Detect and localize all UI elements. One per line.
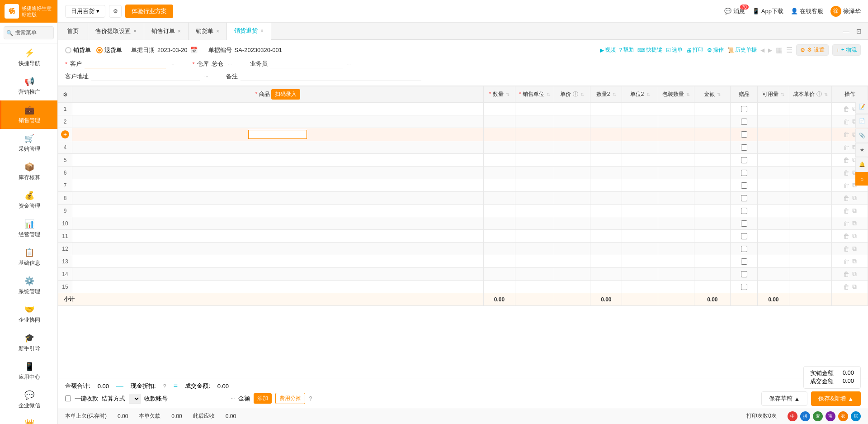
sidebar-item-inventory[interactable]: 📦 库存核算 (0, 157, 57, 186)
right-float-btn-5[interactable]: 🔔 (855, 157, 868, 172)
delete-row-icon[interactable]: 🗑 (843, 195, 849, 202)
customer-input[interactable] (85, 59, 166, 68)
gift-checkbox-row-2[interactable] (741, 119, 747, 125)
radio-return[interactable]: 退货单 (96, 46, 122, 54)
sidebar-item-basic-info[interactable]: 📋 基础信息 (0, 243, 57, 272)
sidebar-item-quick-nav[interactable]: ⚡ 快捷导航 (0, 43, 57, 72)
account-dots-btn[interactable]: ··· (231, 396, 235, 401)
price-sort-icon[interactable]: ⇅ (580, 92, 584, 97)
tab-sales-delivery[interactable]: 销货单 × (189, 23, 227, 40)
copy-row-icon[interactable]: ⧉ (852, 245, 857, 252)
right-float-btn-2[interactable]: 📄 (855, 114, 868, 128)
user-menu[interactable]: 徐 徐泽华 (830, 6, 861, 17)
staff-dots-btn[interactable]: ··· (347, 62, 351, 67)
copy-row-icon[interactable]: ⧉ (852, 207, 857, 214)
copy-row-icon[interactable]: ⧉ (852, 283, 857, 291)
right-float-btn-4[interactable]: ★ (855, 143, 868, 157)
sidebar-item-wechat[interactable]: 💬 企业微信 (0, 386, 57, 414)
gift-checkbox-row-1[interactable] (741, 106, 747, 112)
copy-row-icon[interactable]: ⧉ (852, 194, 857, 202)
one-click-payment-checkbox[interactable] (65, 395, 71, 401)
delete-row-icon[interactable]: 🗑 (843, 220, 849, 227)
gift-checkbox-row-6[interactable] (741, 170, 747, 176)
staff-input[interactable] (270, 59, 343, 68)
sidebar-item-purchase-mgmt[interactable]: 🛒 采购管理 (0, 129, 57, 157)
status-icon-5[interactable]: 衣 (838, 411, 848, 421)
save-draft-button[interactable]: 保存草稿 ▲ (761, 391, 808, 406)
trial-btn[interactable]: 体验行业方案 (125, 5, 173, 18)
sidebar-item-vip[interactable]: 👑 畅会员 (0, 414, 57, 424)
tab-close-sales-order[interactable]: × (178, 28, 181, 34)
tab-sales-order[interactable]: 销售订单 × (144, 23, 189, 40)
gift-checkbox-row-15[interactable] (741, 284, 747, 290)
tab-close-price-setting[interactable]: × (133, 28, 137, 34)
note-input[interactable] (241, 72, 421, 81)
avail-sort-icon[interactable]: ⇅ (781, 92, 784, 97)
gift-checkbox-row-8[interactable] (741, 195, 747, 201)
radio-delivery[interactable]: 销货单 (65, 46, 91, 54)
select-order-link[interactable]: ☑ 选单 (666, 46, 683, 54)
sidebar-item-marketing[interactable]: 📢 营销推广 (0, 72, 57, 100)
gift-checkbox-row-12[interactable] (741, 246, 747, 252)
copy-row-icon[interactable]: ⧉ (852, 232, 857, 240)
nav-prev-icon[interactable]: ◀ (760, 47, 764, 53)
fee-split-button[interactable]: 费用分摊 (275, 393, 305, 404)
tab-minimize-button[interactable]: — (841, 26, 852, 37)
unit-sort-icon[interactable]: ⇅ (547, 92, 550, 97)
amount-sort-icon[interactable]: ⇅ (717, 92, 721, 97)
delete-row-icon[interactable]: 🗑 (843, 118, 849, 125)
history-link[interactable]: 📜 历史单据 (727, 46, 757, 54)
unit2-sort-icon[interactable]: ⇅ (646, 92, 650, 97)
operate-link[interactable]: ⚙ 操作 (707, 46, 724, 54)
fee-split-info-icon[interactable]: ? (309, 395, 312, 402)
message-button[interactable]: 💬 消息 70 (724, 7, 745, 15)
right-float-btn-3[interactable]: 📎 (855, 129, 868, 143)
delete-row-icon[interactable]: 🗑 (843, 105, 849, 113)
gift-checkbox-row-10[interactable] (741, 220, 747, 227)
right-float-btn-active[interactable]: ⌂ (855, 172, 868, 186)
sidebar-item-sales-mgmt[interactable]: 💼 销售管理 (0, 100, 57, 129)
copy-row-icon[interactable]: ⧉ (852, 219, 857, 227)
sidebar-item-app-center[interactable]: 📱 应用中心 (0, 357, 57, 386)
delete-row-icon[interactable]: 🗑 (843, 245, 849, 252)
delete-row-icon[interactable]: 🗑 (843, 157, 849, 164)
delete-row-icon[interactable]: 🗑 (843, 131, 849, 138)
add-row-button[interactable]: + (61, 130, 69, 138)
gift-checkbox-row-7[interactable] (741, 182, 747, 189)
costprice-info-icon[interactable]: ⓘ (816, 91, 822, 97)
online-service-link[interactable]: 👤 在线客服 (791, 7, 823, 15)
copy-row-icon[interactable]: ⧉ (852, 270, 857, 278)
gift-checkbox-row-5[interactable] (741, 157, 747, 163)
app-download-link[interactable]: 📱 App下载 (752, 7, 783, 15)
qty2-sort-icon[interactable]: ⇅ (613, 92, 616, 97)
delete-row-icon[interactable]: 🗑 (843, 182, 849, 189)
tab-close-sales-return[interactable]: × (260, 28, 264, 34)
tab-maximize-button[interactable]: ⊡ (854, 26, 864, 37)
tab-sales-return[interactable]: 销货退货 × (227, 23, 271, 40)
delete-row-icon[interactable]: 🗑 (843, 169, 849, 176)
sidebar-item-operations[interactable]: 📊 经营管理 (0, 214, 57, 243)
delete-row-icon[interactable]: 🗑 (843, 233, 849, 240)
address-input[interactable] (91, 72, 200, 81)
view-table-icon[interactable]: ☰ (786, 46, 793, 54)
gift-checkbox-row-9[interactable] (741, 208, 747, 214)
video-help-link[interactable]: ▶ 视频 (600, 46, 616, 54)
delete-row-icon[interactable]: 🗑 (843, 271, 849, 278)
delete-row-icon[interactable]: 🗑 (843, 144, 849, 151)
tab-close-sales-delivery[interactable]: × (216, 28, 219, 34)
status-icon-2[interactable]: 拼 (800, 411, 810, 421)
industry-dropdown[interactable]: 日用百货 ▾ (65, 5, 105, 18)
qty-sort-icon[interactable]: ⇅ (506, 92, 509, 97)
copy-row-icon[interactable]: ⧉ (852, 257, 857, 265)
product-input-row-3[interactable] (248, 130, 307, 139)
gift-checkbox-row-14[interactable] (741, 271, 747, 277)
status-icon-3[interactable]: 麦 (813, 411, 823, 421)
shortcut-link[interactable]: ⌨ 快捷键 (637, 46, 662, 54)
topbar-settings-button[interactable]: ⚙ (109, 5, 122, 18)
costprice-sort-icon[interactable]: ⇅ (824, 92, 828, 97)
view-list-icon[interactable]: ▦ (776, 46, 783, 54)
delete-row-icon[interactable]: 🗑 (843, 258, 849, 265)
help-link[interactable]: ? 帮助 (619, 46, 634, 54)
price-info-icon[interactable]: ⓘ (573, 91, 578, 97)
status-icon-1[interactable]: 中 (788, 411, 797, 421)
